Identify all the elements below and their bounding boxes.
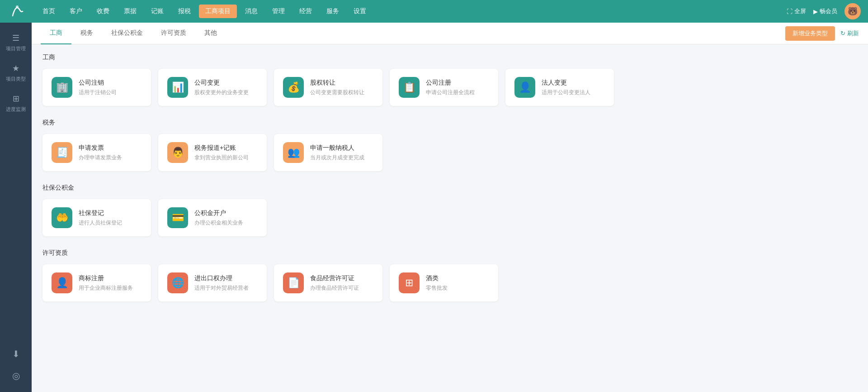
card-desc: 适用于公司变更法人 [542,89,590,96]
card-icon: ⊞ [399,272,420,293]
card-text: 社保登记 进行人员社保登记 [79,209,122,227]
card-desc: 办理申请发票业务 [79,154,122,162]
card-text: 法人变更 适用于公司变更法人 [542,79,590,96]
tab-actions: 新增业务类型 ↻ 刷新 [785,26,859,41]
card-title: 申请发票 [79,144,122,152]
tab-税务[interactable]: 税务 [71,23,102,44]
business-card-公司变更[interactable]: 📊 公司变更 股权变更外的业务变更 [158,69,267,106]
card-desc: 办理公积金相关业务 [194,219,243,227]
card-icon: 🧾 [52,142,72,163]
nav-item-工商项目[interactable]: 工商项目 [199,5,237,18]
nav-item-设置[interactable]: 设置 [347,5,373,18]
card-text: 公司注销 适用于注销公司 [79,79,117,96]
cards-grid: 👤 商标注册 用于企业商标注册服务 🌐 进出口权办理 适用于对外贸易经营者 📄 … [42,264,857,301]
card-title: 商标注册 [79,274,133,282]
business-card-进出口权办理[interactable]: 🌐 进出口权办理 适用于对外贸易经营者 [158,264,267,301]
nav-item-经营[interactable]: 经营 [293,5,318,18]
content-area: 工商税务社保公积金许可资质其他 新增业务类型 ↻ 刷新 工商 🏢 公司注销 适用… [32,23,868,392]
card-text: 税务报道+记账 拿到营业执照的新公司 [194,144,249,162]
sidebar-item-项目管理[interactable]: ☰项目管理 [6,27,26,57]
business-card-食品经营许可证[interactable]: 📄 食品经营许可证 办理食品经营许可证 [274,264,382,301]
nav-item-消息[interactable]: 消息 [239,5,264,18]
tab-其他[interactable]: 其他 [195,23,226,44]
card-title: 股权转让 [310,79,364,87]
vip-button[interactable]: ▶ 畅会员 [813,7,837,15]
scroll-content[interactable]: 工商 🏢 公司注销 适用于注销公司 📊 公司变更 股权变更外的业务变更 💰 股权… [32,44,868,392]
tab-社保公积金[interactable]: 社保公积金 [102,23,152,44]
card-icon: 📋 [399,77,420,98]
card-desc: 办理食品经营许可证 [310,284,359,292]
nav-item-客户[interactable]: 客户 [63,5,89,18]
fullscreen-icon: ⛶ [787,8,793,15]
card-desc: 适用于注销公司 [79,89,117,96]
sidebar-icon: ★ [10,63,21,74]
card-desc: 进行人员社保登记 [79,219,122,227]
section-title: 社保公积金 [42,184,857,192]
settings-circle-icon-button[interactable]: ◎ [9,367,24,385]
business-card-酒类[interactable]: ⊞ 酒类 零售批发 [390,264,498,301]
business-card-税务报道+记账[interactable]: 👨 税务报道+记账 拿到营业执照的新公司 [158,134,267,171]
card-text: 商标注册 用于企业商标注册服务 [79,274,133,292]
section-社保公积金: 社保公积金 🤲 社保登记 进行人员社保登记 💳 公积金开户 办理公积金相关业务 [42,184,857,236]
fullscreen-button[interactable]: ⛶ 全屏 [787,7,806,15]
section-title: 许可资质 [42,249,857,257]
card-desc: 股权变更外的业务变更 [194,89,249,96]
sidebar-label: 进度监测 [6,106,26,113]
card-icon: 💰 [283,77,304,98]
cards-grid: 🤲 社保登记 进行人员社保登记 💳 公积金开户 办理公积金相关业务 [42,199,857,236]
business-card-申请发票[interactable]: 🧾 申请发票 办理申请发票业务 [42,134,151,171]
business-card-社保登记[interactable]: 🤲 社保登记 进行人员社保登记 [42,199,151,236]
card-title: 法人变更 [542,79,590,87]
card-title: 酒类 [426,274,448,282]
business-card-公积金开户[interactable]: 💳 公积金开户 办理公积金相关业务 [158,199,267,236]
card-icon: 👨 [167,142,188,163]
nav-item-票据[interactable]: 票据 [118,5,143,18]
card-desc: 申请公司注册全流程 [426,89,475,96]
card-icon: 👤 [514,77,535,98]
nav-item-报税[interactable]: 报税 [172,5,197,18]
business-card-申请一般纳税人[interactable]: 👥 申请一般纳税人 当月或次月成变更完成 [274,134,382,171]
card-text: 股权转让 公司变更需要股权转让 [310,79,364,96]
business-card-股权转让[interactable]: 💰 股权转让 公司变更需要股权转让 [274,69,382,106]
nav-item-记账[interactable]: 记账 [145,5,170,18]
tab-bar: 工商税务社保公积金许可资质其他 新增业务类型 ↻ 刷新 [32,23,868,44]
sidebar-item-进度监测[interactable]: ⊞进度监测 [6,88,26,118]
card-title: 社保登记 [79,209,122,217]
nav-item-首页[interactable]: 首页 [36,5,61,18]
card-desc: 零售批发 [426,284,448,292]
card-title: 公司注册 [426,79,475,87]
fullscreen-label: 全屏 [794,7,806,15]
card-title: 申请一般纳税人 [310,144,364,152]
card-icon: 📊 [167,77,188,98]
sidebar-item-项目类型[interactable]: ★项目类型 [6,57,26,88]
business-card-法人变更[interactable]: 👤 法人变更 适用于公司变更法人 [505,69,614,106]
sidebar-icon: ⊞ [10,93,21,104]
section-title: 工商 [42,53,857,62]
card-text: 酒类 零售批发 [426,274,448,292]
top-right-actions: ⛶ 全屏 ▶ 畅会员 🐻 [787,3,861,19]
refresh-label: 刷新 [847,29,859,38]
card-text: 进出口权办理 适用于对外贸易经营者 [194,274,249,292]
nav-item-管理[interactable]: 管理 [266,5,291,18]
add-business-type-button[interactable]: 新增业务类型 [785,26,835,41]
nav-item-服务[interactable]: 服务 [320,5,345,18]
card-text: 申请一般纳税人 当月或次月成变更完成 [310,144,364,162]
tab-许可资质[interactable]: 许可资质 [152,23,195,44]
business-card-公司注册[interactable]: 📋 公司注册 申请公司注册全流程 [390,69,498,106]
card-text: 公积金开户 办理公积金相关业务 [194,209,243,227]
card-text: 申请发票 办理申请发票业务 [79,144,122,162]
card-desc: 适用于对外贸易经营者 [194,284,249,292]
section-工商: 工商 🏢 公司注销 适用于注销公司 📊 公司变更 股权变更外的业务变更 💰 股权… [42,53,857,106]
tab-工商[interactable]: 工商 [41,23,71,44]
cards-grid: 🏢 公司注销 适用于注销公司 📊 公司变更 股权变更外的业务变更 💰 股权转让 … [42,69,857,106]
card-text: 食品经营许可证 办理食品经营许可证 [310,274,359,292]
card-title: 进出口权办理 [194,274,249,282]
sidebar-label: 项目类型 [6,76,26,82]
section-title: 税务 [42,119,857,127]
business-card-商标注册[interactable]: 👤 商标注册 用于企业商标注册服务 [42,264,151,301]
refresh-button[interactable]: ↻ 刷新 [840,29,859,38]
business-card-公司注销[interactable]: 🏢 公司注销 适用于注销公司 [42,69,151,106]
download-icon-button[interactable]: ⬇ [9,345,24,363]
sidebar-icon: ☰ [10,33,21,43]
nav-item-收费[interactable]: 收费 [90,5,116,18]
